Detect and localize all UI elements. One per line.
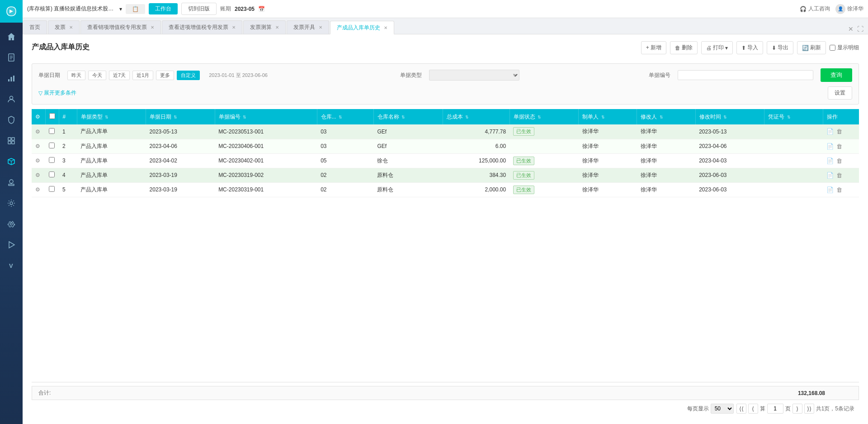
delete-row-icon[interactable]: 🗑 bbox=[836, 186, 842, 193]
tab-home[interactable]: 首页 bbox=[23, 20, 47, 34]
tab-close-all-icon[interactable]: ✕ bbox=[848, 25, 854, 33]
delete-row-icon[interactable]: 🗑 bbox=[836, 157, 842, 164]
doc-number-link[interactable]: MC-20230319-002 bbox=[218, 172, 264, 178]
row-checkbox-1[interactable] bbox=[49, 143, 55, 148]
summary-label: 合计: bbox=[38, 389, 51, 397]
tab-check-sales[interactable]: 查看销项增值税专用发票 ✕ bbox=[80, 20, 161, 34]
quick-1month[interactable]: 近1月 bbox=[132, 71, 153, 80]
doc-number-link[interactable]: MC-20230513-001 bbox=[218, 129, 264, 135]
tab-product-history[interactable]: 产成品入库单历史 ✕ bbox=[330, 21, 394, 34]
delete-row-icon[interactable]: 🗑 bbox=[836, 128, 842, 135]
sidebar-item-settings2[interactable] bbox=[0, 193, 23, 214]
set-button[interactable]: 设置 bbox=[828, 86, 852, 100]
col-date[interactable]: 单据日期 ⇅ bbox=[146, 109, 215, 124]
doc-number-link[interactable]: MC-20230402-001 bbox=[218, 157, 264, 164]
quick-custom[interactable]: 自定义 bbox=[177, 71, 200, 80]
pager-first-btn[interactable]: ⟨⟨ bbox=[736, 404, 746, 414]
copy-btn[interactable]: 📋 bbox=[126, 4, 145, 14]
print-button[interactable]: 🖨 打印 ▾ bbox=[701, 41, 733, 54]
sidebar-item-home[interactable] bbox=[0, 26, 23, 47]
tab-invoice-close[interactable]: ✕ bbox=[69, 25, 73, 30]
sidebar-item-stamp[interactable] bbox=[0, 172, 23, 193]
edit-icon[interactable]: 📄 bbox=[826, 157, 834, 164]
col-settings[interactable]: ⚙ bbox=[32, 109, 45, 124]
export-button[interactable]: ⬇ 导出 bbox=[767, 41, 793, 54]
period-calendar-icon[interactable]: 📅 bbox=[258, 6, 265, 12]
delete-button[interactable]: 🗑 删除 bbox=[670, 41, 698, 54]
per-page-select[interactable]: 50 100 200 bbox=[711, 404, 734, 414]
col-status[interactable]: 单据状态 ⇅ bbox=[509, 109, 579, 124]
sidebar-item-v[interactable]: V bbox=[0, 255, 23, 276]
company-selector[interactable]: (库存核算) 直播轻娱通信息技术股份有限公司 ▾ bbox=[27, 5, 122, 13]
row-checkbox-4[interactable] bbox=[49, 186, 55, 192]
edit-icon[interactable]: 📄 bbox=[826, 143, 834, 150]
delete-row-icon[interactable]: 🗑 bbox=[836, 172, 842, 179]
tab-invoice-calc-close[interactable]: ✕ bbox=[275, 25, 279, 30]
row-checkbox-3[interactable] bbox=[49, 172, 55, 177]
sidebar-item-shield[interactable] bbox=[0, 110, 23, 130]
tab-invoice-open[interactable]: 发票开具 ✕ bbox=[287, 20, 329, 34]
col-warehouse-code[interactable]: 仓库... ⇅ bbox=[317, 109, 373, 124]
workbench-button[interactable]: 工作台 bbox=[149, 3, 178, 14]
edit-icon[interactable]: 📄 bbox=[826, 186, 834, 193]
col-settings-icon[interactable]: ⚙ bbox=[35, 172, 40, 178]
type-select[interactable]: 产品入库单 bbox=[429, 70, 519, 81]
quick-more[interactable]: 更多 bbox=[156, 71, 174, 80]
number-filter-input[interactable] bbox=[678, 70, 813, 80]
col-warehouse-name[interactable]: 仓库名称 ⇅ bbox=[373, 109, 443, 124]
col-type[interactable]: 单据类型 ⇅ bbox=[77, 109, 146, 124]
sidebar-item-box[interactable] bbox=[0, 151, 23, 172]
col-settings-icon[interactable]: ⚙ bbox=[35, 129, 40, 135]
switch-button[interactable]: 切到旧版 bbox=[181, 3, 217, 15]
refresh-button[interactable]: 🔄 刷新 bbox=[797, 41, 826, 54]
pager-prev-btn[interactable]: ⟨ bbox=[748, 404, 758, 414]
doc-number-link[interactable]: MC-20230319-001 bbox=[218, 186, 264, 193]
sidebar-item-docs[interactable] bbox=[0, 47, 23, 68]
delete-row-icon[interactable]: 🗑 bbox=[836, 143, 842, 150]
col-checkbox[interactable] bbox=[45, 109, 59, 124]
tab-product-history-close[interactable]: ✕ bbox=[384, 25, 387, 30]
tab-invoice-open-close[interactable]: ✕ bbox=[319, 25, 322, 30]
user-info[interactable]: 👤 徐泽华 bbox=[835, 4, 863, 14]
col-settings-icon[interactable]: ⚙ bbox=[35, 186, 40, 193]
sidebar-item-chart[interactable] bbox=[0, 68, 23, 89]
doc-number-link[interactable]: MC-20230406-001 bbox=[218, 143, 264, 149]
tab-check-purchase-close[interactable]: ✕ bbox=[232, 25, 236, 30]
pager-last-btn[interactable]: ⟩⟩ bbox=[804, 404, 814, 414]
import-button[interactable]: ⬆ 导入 bbox=[736, 41, 763, 54]
sidebar-item-gear[interactable] bbox=[0, 214, 23, 234]
row-checkbox-0[interactable] bbox=[49, 128, 55, 134]
edit-icon[interactable]: 📄 bbox=[826, 172, 834, 179]
sidebar-item-person[interactable] bbox=[0, 89, 23, 110]
sidebar-item-play[interactable] bbox=[0, 234, 23, 255]
sidebar-item-grid[interactable] bbox=[0, 130, 23, 151]
tab-check-purchase[interactable]: 查看进项增值税专用发票 ✕ bbox=[162, 20, 242, 34]
tab-invoice-calc[interactable]: 发票测算 ✕ bbox=[243, 20, 286, 34]
pager-current-input[interactable] bbox=[767, 404, 783, 414]
col-modify-time[interactable]: 修改时间 ⇅ bbox=[695, 109, 764, 124]
col-creator[interactable]: 制单人 ⇅ bbox=[579, 109, 637, 124]
col-number[interactable]: 单据编号 ⇅ bbox=[215, 109, 317, 124]
edit-icon[interactable]: 📄 bbox=[826, 128, 834, 135]
col-modifier[interactable]: 修改人 ⇅ bbox=[637, 109, 695, 124]
col-total-cost[interactable]: 总成本 ⇅ bbox=[443, 109, 509, 124]
query-button[interactable]: 查询 bbox=[821, 68, 852, 82]
quick-7days[interactable]: 近7天 bbox=[109, 71, 130, 80]
quick-yesterday[interactable]: 昨天 bbox=[67, 71, 85, 80]
select-all-checkbox[interactable] bbox=[49, 113, 55, 119]
col-voucher[interactable]: 凭证号 ⇅ bbox=[764, 109, 823, 124]
col-settings-icon[interactable]: ⚙ bbox=[35, 157, 40, 164]
col-settings-icon[interactable]: ⚙ bbox=[35, 143, 40, 149]
show-detail-toggle[interactable]: 显示明细 bbox=[830, 44, 859, 52]
pager-next-btn[interactable]: ⟩ bbox=[793, 404, 802, 414]
ai-service-btn[interactable]: 🎧 人工咨询 bbox=[800, 5, 830, 13]
show-detail-checkbox[interactable] bbox=[830, 45, 835, 51]
quick-today[interactable]: 今天 bbox=[88, 71, 106, 80]
new-button[interactable]: + 新增 bbox=[641, 41, 666, 54]
tab-invoice[interactable]: 发票 ✕ bbox=[48, 20, 80, 34]
app-logo[interactable] bbox=[0, 0, 23, 23]
row-checkbox-2[interactable] bbox=[49, 157, 55, 163]
expand-more-btn[interactable]: ▽ 展开更多条件 bbox=[38, 89, 76, 97]
tab-expand-icon[interactable]: ⛶ bbox=[857, 25, 863, 33]
tab-check-sales-close[interactable]: ✕ bbox=[151, 25, 154, 30]
